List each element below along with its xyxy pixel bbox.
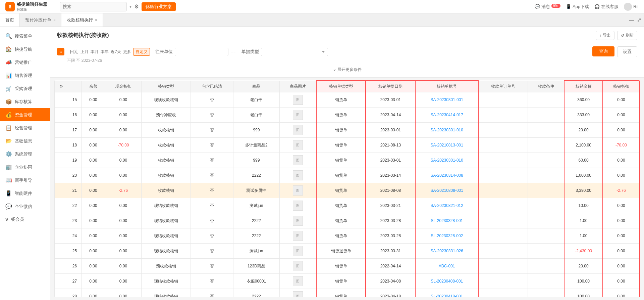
bill-no-link[interactable]: SA-20230301-010 [430, 158, 463, 163]
expand-more-btn[interactable]: ∨ 展开更多条件 [333, 66, 362, 74]
date-tag-more[interactable]: 更多 [123, 49, 131, 55]
date-tag-last-month[interactable]: 上月 [80, 49, 89, 55]
bill-no-link[interactable]: SA-20230314-008 [430, 173, 463, 178]
sidebar-item-enterprise[interactable]: 🏢 企业协同 [0, 161, 50, 174]
row-gear [55, 123, 68, 138]
row-product: 测试多属性 [233, 183, 279, 198]
sidebar-item-basic-info[interactable]: 📂 基础信息 [0, 134, 50, 147]
row-cancel-bill-no[interactable]: SL-20230408-001 [415, 274, 478, 289]
bill-no-link[interactable]: SL-20230418-001 [431, 294, 463, 297]
sidebar-item-sales[interactable]: 📊 销售管理 [0, 69, 50, 82]
tab-collection[interactable]: 收款核销执行 × [61, 13, 103, 27]
row-cancel-bill-date: 2023-04-18 [366, 289, 415, 298]
sidebar-item-purchase[interactable]: 🛒 采购管理 [0, 82, 50, 95]
row-cancel-bill-no[interactable]: SA-20230321-012 [415, 198, 478, 213]
bill-no-link[interactable]: ABC-001 [439, 264, 455, 268]
tab-home[interactable]: 首页 [0, 13, 20, 27]
setting-button[interactable]: 设置 [617, 46, 637, 57]
filter-expand-arrow[interactable]: » [57, 48, 64, 55]
row-cash-discount: 0.00 [105, 92, 142, 108]
refresh-button[interactable]: ↺ 刷新 [617, 31, 637, 40]
tab-minimize-button[interactable]: — [629, 17, 634, 23]
sidebar-item-search-menu[interactable]: 🔍 搜索菜单 [0, 30, 50, 43]
row-balance: 0.00 [82, 213, 105, 228]
bill-no-link[interactable]: SA-20210813-001 [430, 143, 463, 147]
messages-item[interactable]: 💬 消息 99+ [535, 4, 560, 10]
date-tag-this-year[interactable]: 本年 [101, 49, 109, 55]
row-include-settled: 否 [191, 92, 233, 108]
date-custom-tag[interactable]: 自定义 [133, 48, 150, 56]
sidebar-item-marketing[interactable]: 📣 营销推广 [0, 56, 50, 69]
tab-bar: 首页 预付冲应付单 × 收款核销执行 × — ⤢ [0, 13, 644, 27]
sidebar-item-member[interactable]: V 畅会员 [0, 213, 50, 226]
search-input[interactable] [60, 2, 127, 11]
table-body: 150.000.00现线收款核销否老白干图销货单2023-03-01SA-202… [55, 92, 640, 298]
sidebar-item-inventory[interactable]: 📦 库存核算 [0, 95, 50, 108]
row-product: 2222 [233, 228, 279, 244]
bill-no-link[interactable]: SA-20230331-026 [430, 249, 463, 253]
tab-prepay[interactable]: 预付冲应付单 × [20, 13, 61, 27]
row-cancel-bill-no[interactable]: SA-20230331-026 [415, 244, 478, 259]
row-cash-discount: 0.00 [105, 274, 142, 289]
page-header: 收款核销执行(按收款) ↑ 导出 ↺ 刷新 [50, 27, 644, 43]
row-cancel-bill-type: 销货单 [316, 183, 366, 198]
online-service-item[interactable]: 🎧 在线客服 [594, 4, 619, 10]
bill-no-link[interactable]: SL-20230328-002 [431, 233, 463, 238]
bill-no-link[interactable]: SA-20210808-001 [430, 188, 463, 193]
bill-no-link[interactable]: SA-20230321-012 [430, 203, 463, 208]
row-cancel-bill-no[interactable]: SA-20210808-001 [415, 183, 478, 198]
filter-from-unit-label: 往来单位 [155, 49, 173, 55]
sidebar-item-wechat[interactable]: 💬 企业微信 [0, 200, 50, 213]
row-cancel-bill-no[interactable]: SA-20210813-001 [415, 138, 478, 153]
filter-single-type-select[interactable] [261, 48, 328, 56]
row-cancel-bill-type: 销货单 [316, 213, 366, 228]
sidebar-item-smart-hw[interactable]: 📱 智能硬件 [0, 187, 50, 200]
sidebar-item-quick-nav[interactable]: 🏠 快捷导航 [0, 43, 50, 56]
bill-no-link[interactable]: SL-20230408-001 [431, 279, 463, 284]
row-cancel-bill-no[interactable]: SA-20230301-001 [415, 92, 478, 108]
row-cancel-type: 现结收款核销 [142, 228, 191, 244]
row-cancel-bill-no[interactable]: SL-20230328-002 [415, 228, 478, 244]
tab-maximize-button[interactable]: ⤢ [637, 17, 641, 23]
col-product-image: 商品图片 [279, 81, 316, 92]
tab-collection-close[interactable]: × [95, 18, 97, 23]
col-gear[interactable]: ⚙ [55, 81, 68, 92]
row-cancel-discount: 0.00 [603, 228, 640, 244]
row-cancel-bill-no[interactable]: SL-20230328-001 [415, 213, 478, 228]
bill-no-link[interactable]: SA-20230414-017 [430, 113, 463, 117]
row-cancel-bill-no[interactable]: SA-20230414-017 [415, 108, 478, 123]
gear-icon[interactable]: ⚙ [134, 3, 139, 10]
online-service-label: 在线客服 [601, 4, 619, 10]
row-include-settled: 否 [191, 198, 233, 213]
row-balance: 0.00 [82, 108, 105, 123]
date-tag-7days[interactable]: 近7天 [111, 49, 121, 55]
table-row: 150.000.00现线收款核销否老白干图销货单2023-03-01SA-202… [55, 92, 640, 108]
main-layout: 🔍 搜索菜单 🏠 快捷导航 📣 营销推广 📊 销售管理 🛒 采购管理 📦 库存核… [0, 27, 644, 300]
row-product-image: 图 [279, 108, 316, 123]
row-cancel-bill-no[interactable]: SA-20230301-010 [415, 123, 478, 138]
row-cancel-bill-no[interactable]: SA-20230301-010 [415, 153, 478, 168]
app-download-item[interactable]: 📱 App下载 [566, 4, 589, 10]
table-container[interactable]: ⚙ 余额 现金折扣 核销类型 包含已结清 商品 商品图片 核销单据类型 核销单据… [54, 80, 640, 297]
row-collection-condition [528, 138, 564, 153]
bill-no-link[interactable]: SA-20230301-001 [430, 97, 463, 102]
date-tag-this-month[interactable]: 本月 [91, 49, 99, 55]
industry-button[interactable]: 休验行业方案 [142, 2, 176, 11]
export-button[interactable]: ↑ 导出 [596, 31, 614, 40]
sidebar-item-system[interactable]: ⚙️ 系统管理 [0, 147, 50, 161]
dropdown-arrow-icon[interactable]: ▾ [129, 4, 131, 9]
tab-prepay-close[interactable]: × [53, 18, 56, 23]
bill-no-link[interactable]: SL-20230328-001 [431, 218, 463, 223]
sidebar-item-finance[interactable]: 💰 资金管理 [0, 108, 50, 121]
query-button[interactable]: 查询 [592, 46, 614, 56]
sidebar-item-operations[interactable]: 📋 经营管理 [0, 121, 50, 134]
row-collection-condition [528, 228, 564, 244]
row-product: 多计量商品2 [233, 138, 279, 153]
filter-from-unit-input[interactable] [175, 48, 228, 56]
user-item[interactable]: Rit [624, 3, 639, 11]
sidebar-item-guide[interactable]: 📖 新手引导 [0, 174, 50, 187]
bill-no-link[interactable]: SA-20230301-010 [430, 128, 463, 132]
row-cancel-bill-no[interactable]: SL-20230418-001 [415, 289, 478, 298]
row-cancel-bill-no[interactable]: SA-20230314-008 [415, 168, 478, 183]
row-cancel-bill-no[interactable]: ABC-001 [415, 259, 478, 274]
